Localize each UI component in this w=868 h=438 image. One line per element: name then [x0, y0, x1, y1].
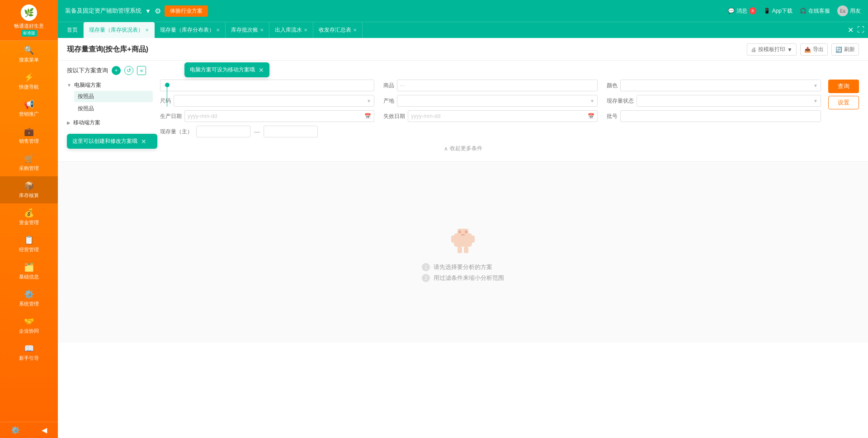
refresh-icon: 🔄	[835, 47, 842, 53]
reset-btn[interactable]: 设置	[828, 96, 859, 109]
page-header: 现存量查询(按仓库+商品) 🖨 按模板打印 ▼ 📤 导出 🔄 刷新	[58, 38, 868, 61]
stock-main-label: 现存量（主）	[160, 128, 193, 136]
svg-point-3	[465, 231, 467, 233]
warehouse-input[interactable]: ···	[160, 80, 374, 91]
tab-inventory-dist[interactable]: 现存量（库存分布表） ✕	[155, 22, 226, 38]
connector-line	[167, 87, 167, 107]
stock-main-end-input[interactable]	[264, 126, 318, 137]
tooltip-create-close[interactable]: ✕	[141, 138, 146, 145]
search-icon: 🔍	[24, 45, 34, 55]
message-item[interactable]: 💬 消息 8	[728, 7, 756, 15]
sidebar-item-guide[interactable]: 📖 新手引导	[0, 339, 58, 366]
sidebar-collapse-btn[interactable]: ◀	[42, 426, 47, 434]
query-btn[interactable]: 查询	[828, 80, 859, 93]
stock-status-input[interactable]: ▼	[637, 95, 821, 107]
export-icon: 📤	[804, 47, 811, 53]
fullscreen-btn[interactable]: ⛶	[857, 26, 864, 34]
stock-main-start-input[interactable]	[196, 126, 250, 137]
origin-arrow: ▼	[590, 99, 594, 104]
goods-input[interactable]: ···	[397, 80, 598, 91]
sidebar-item-enterprise[interactable]: 🤝 企业协同	[0, 312, 58, 339]
sidebar-item-marketing[interactable]: 📢 营销推广	[0, 95, 58, 122]
tooltip-add-close[interactable]: ✕	[259, 66, 264, 74]
color-input[interactable]: ▼	[620, 80, 821, 91]
sidebar-item-system[interactable]: ⚙️ 系统管理	[0, 285, 58, 312]
stock-status-field: 现存量状态 ▼	[607, 95, 821, 107]
sidebar-settings-btn[interactable]: ⚙️	[11, 426, 20, 434]
user-item[interactable]: Ea 用友	[837, 5, 861, 16]
mobile-scheme-header[interactable]: ▶ 移动端方案	[67, 117, 153, 128]
step-2-text: 用过滤条件来缩小分析范围	[434, 274, 504, 282]
tab-in-out-flow-close[interactable]: ✕	[304, 28, 307, 33]
collapse-label: 收起更多条件	[450, 145, 482, 152]
support-icon: 🎧	[800, 8, 807, 14]
tab-inventory-status-close[interactable]: ✕	[145, 28, 149, 33]
basic-icon: 🗂️	[24, 262, 34, 272]
batch-input[interactable]	[620, 110, 821, 122]
sidebar-item-sales[interactable]: 💼 销售管理	[0, 122, 58, 149]
warehouse-field: ···	[160, 80, 374, 91]
refresh-label: 刷新	[844, 46, 855, 53]
finance-icon: 💰	[24, 208, 34, 218]
desktop-scheme-header[interactable]: ▼ 电脑端方案	[67, 80, 153, 91]
tab-receive-summary-label: 收发存汇总表	[319, 26, 351, 34]
app-download-item[interactable]: 📱 App下载	[764, 7, 793, 15]
sidebar-item-quicknav[interactable]: ⚡ 快捷导航	[0, 68, 58, 95]
purchase-icon: 🛒	[24, 154, 34, 164]
export-btn[interactable]: 📤 导出	[800, 43, 828, 56]
collapse-btn[interactable]: ∧ 收起更多条件	[67, 141, 859, 156]
mobile-scheme-toggle: ▶	[67, 120, 71, 125]
close-all-btn[interactable]: ✕	[848, 26, 854, 34]
sidebar-item-purchase[interactable]: 🛒 采购管理	[0, 149, 58, 176]
size-input[interactable]: ▼	[174, 95, 374, 107]
tab-receive-summary-close[interactable]: ✕	[353, 28, 357, 33]
sidebar: 🌿 畅通道好生意 标准版 🔍 搜索菜单 ⚡ 快捷导航 📢 营销推广 💼 销售管理…	[0, 0, 58, 438]
origin-input[interactable]: ▼	[397, 95, 598, 107]
print-btn[interactable]: 🖨 按模板打印 ▼	[747, 43, 797, 56]
exp-date-input[interactable]: yyyy-mm-dd 📅	[408, 110, 598, 122]
goods-more: ···	[400, 82, 405, 89]
user-avatar: Ea	[837, 5, 848, 16]
tab-inventory-dist-close[interactable]: ✕	[216, 28, 220, 33]
edit-scheme-btn[interactable]: ↺	[124, 66, 133, 75]
size-arrow: ▼	[367, 99, 371, 104]
tab-batch-account[interactable]: 库存批次账 ✕	[226, 22, 269, 38]
sidebar-item-basic[interactable]: 🗂️ 基础信息	[0, 258, 58, 285]
scheme-list-btn[interactable]: «	[137, 66, 146, 75]
prod-date-placeholder: yyyy-mm-dd	[188, 113, 217, 119]
support-item[interactable]: 🎧 在线客服	[800, 7, 830, 15]
size-label: 尺码	[160, 97, 171, 105]
trial-btn[interactable]: 体验行业方案	[165, 5, 208, 17]
connector-dot	[165, 83, 170, 87]
batch-field: 批号	[607, 110, 821, 122]
logo-text: 畅通道好生意	[14, 23, 44, 29]
logo-badge: 标准版	[21, 30, 37, 37]
prod-date-input[interactable]: yyyy-mm-dd 📅	[184, 110, 374, 122]
scheme-item-2[interactable]: 按照品	[74, 103, 153, 114]
sidebar-item-finance[interactable]: 💰 资金管理	[0, 203, 58, 231]
page-actions: 🖨 按模板打印 ▼ 📤 导出 🔄 刷新	[747, 43, 859, 60]
tab-inventory-status-label: 现存量（库存状况表）	[89, 26, 143, 34]
empty-state-area: 1 请先选择要分析的方案 2 用过滤条件来缩小分析范围	[58, 162, 868, 343]
message-badge: 8	[749, 7, 756, 14]
topbar-settings-icon[interactable]: ⚙	[155, 7, 161, 15]
sidebar-item-inventory[interactable]: 📦 库存核算	[0, 176, 58, 203]
scheme-item-default[interactable]: 按照品	[74, 91, 153, 102]
tab-batch-account-close[interactable]: ✕	[260, 28, 264, 33]
svg-point-2	[458, 231, 461, 233]
refresh-btn[interactable]: 🔄 刷新	[831, 43, 859, 56]
enterprise-icon: 🤝	[24, 316, 34, 326]
app-dropdown-icon[interactable]: ▼	[145, 8, 151, 14]
sidebar-label-finance: 资金管理	[19, 219, 39, 226]
filter-left-panel: ▼ 电脑端方案 按照品 按照品 ▶ 移动端方案	[67, 80, 153, 141]
tab-in-out-flow[interactable]: 出入库流水 ✕	[269, 22, 313, 38]
tab-inventory-status[interactable]: 现存量（库存状况表） ✕	[84, 22, 155, 38]
tab-receive-summary[interactable]: 收发存汇总表 ✕	[313, 22, 363, 38]
batch-label: 批号	[607, 113, 618, 120]
tab-home[interactable]: 首页	[61, 22, 84, 38]
collapse-up-icon: ∧	[444, 146, 448, 152]
tabbar-right: ✕ ⛶	[848, 26, 864, 34]
add-scheme-btn[interactable]: +	[112, 66, 121, 75]
sidebar-item-operations[interactable]: 📋 经营管理	[0, 231, 58, 258]
sidebar-item-search[interactable]: 🔍 搜索菜单	[0, 41, 58, 68]
